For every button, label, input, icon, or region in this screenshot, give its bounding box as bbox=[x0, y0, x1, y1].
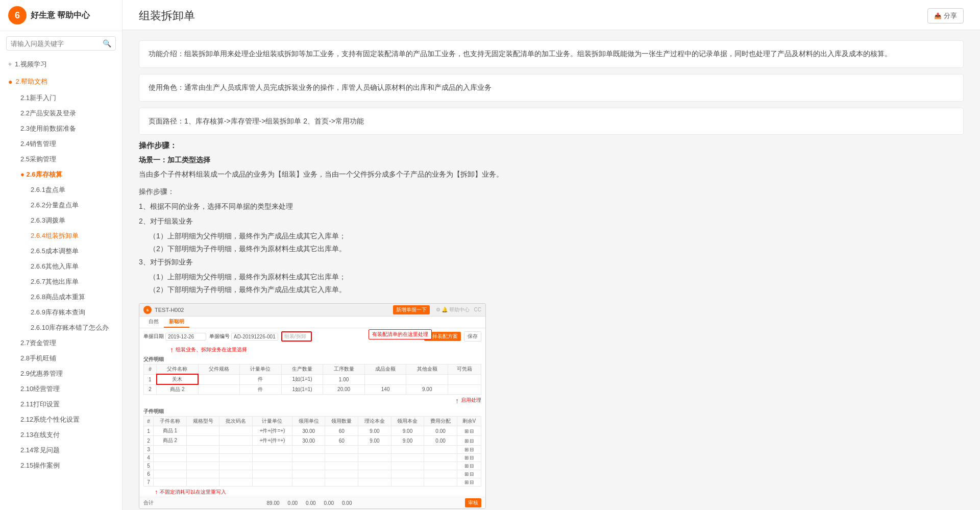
sub-item-label: 2.8手机旺铺 bbox=[20, 354, 56, 362]
steps-sub-title: 操作步骤： bbox=[139, 185, 964, 198]
sidebar-item-faq[interactable]: 2.14常见问题 bbox=[14, 443, 122, 458]
sidebar-item-operations[interactable]: 2.10经营管理 bbox=[14, 381, 122, 397]
search-input[interactable] bbox=[11, 40, 103, 47]
sim-date-input[interactable]: 2019-12-26 bbox=[165, 333, 206, 341]
th-proc-qty: 工序数量 bbox=[323, 365, 365, 375]
scene1-desc: 当由多个子件材料组装成一个成品的业务为【组装】业务，当由一个父件拆分成多个子产品… bbox=[139, 168, 964, 181]
sub-item-label: 2.6.10库存账本错了怎么办 bbox=[31, 324, 109, 331]
sim-save-btn[interactable]: 保存 bbox=[464, 331, 481, 342]
sidebar-item-online-pay[interactable]: 2.13在线支付 bbox=[14, 427, 122, 443]
sidebar-item-install[interactable]: 2.2产品安装及登录 bbox=[14, 106, 122, 121]
annotation-2-area: ↑ 组装业务、拆卸业务在这里选择 bbox=[139, 345, 485, 355]
step2-sub1: （1）上部明细为父件明细，最终作为产成品生成其它入库单； bbox=[149, 230, 964, 242]
th-other-amt: 其他金额 bbox=[406, 365, 448, 375]
sim-add-btn[interactable]: 新增单据一下 bbox=[393, 305, 430, 314]
sidebar-item-print[interactable]: 2.11打印设置 bbox=[14, 397, 122, 412]
sidebar-item-transfer[interactable]: 2.6.3调拨单 bbox=[24, 213, 122, 228]
sidebar-item-partial-stocktake[interactable]: 2.6.2分量盘点单 bbox=[24, 198, 122, 213]
sidebar-item-ledger-fix[interactable]: 2.6.10库存账本错了怎么办 bbox=[24, 320, 122, 335]
sidebar-item-purchase[interactable]: 2.5采购管理 bbox=[14, 152, 122, 167]
sidebar-item-mobile[interactable]: 2.8手机旺铺 bbox=[14, 351, 122, 366]
th-prod-qty: 生产数量 bbox=[281, 365, 323, 375]
sidebar-sub-help-doc: 2.1新手入门 2.2产品安装及登录 2.3使用前数据准备 2.4销售管理 2.… bbox=[0, 90, 122, 473]
sub-item-label: 2.6.7其他出库单 bbox=[31, 278, 79, 285]
sub-item-label: 2.6.6其他入库单 bbox=[31, 262, 79, 270]
sidebar-item-cost-recalc[interactable]: 2.6.8商品成本重算 bbox=[24, 289, 122, 305]
sim-no-label: 单据编号 bbox=[209, 333, 230, 340]
sub-item-label: 2.14常见问题 bbox=[20, 446, 60, 454]
sidebar-nav: + 1.视频学习 ● 2.帮助文档 2.1新手入门 2.2产品安装及登录 2.3… bbox=[0, 56, 122, 510]
arrow-right-1: → bbox=[433, 331, 439, 338]
sidebar-item-stocktake[interactable]: 2.6.1盘点单 bbox=[24, 182, 122, 198]
share-button[interactable]: 📤 分享 bbox=[927, 8, 964, 23]
annotation-2: 组装业务、拆卸业务在这里选择 bbox=[176, 346, 247, 353]
sub-item-label: 2.7资金管理 bbox=[20, 339, 56, 347]
sidebar-item-personalize[interactable]: 2.12系统个性化设置 bbox=[14, 412, 122, 427]
sim-table2: # 子件名称 规格型号 批次码名 计量单位 领用单位 领用数量 理论本金 领用本… bbox=[143, 416, 481, 487]
sidebar-item-data-prep[interactable]: 2.3使用前数据准备 bbox=[14, 121, 122, 136]
annotation-4-area: ↑ 不固定消耗可以在这里重写入 bbox=[139, 489, 485, 497]
path-text: 页面路径：1、库存核算->库存管理->组装拆卸单 2、首页->常用功能 bbox=[149, 115, 954, 128]
sim-total-row: 合计 89.00 0.00 0.00 0.00 0.00 审核 bbox=[139, 497, 485, 508]
sim-icons-area: ⚙ 🔔 帮助中心 CC bbox=[436, 306, 481, 313]
table-row: 2 商品 2 件 1如(1=1) 20.00 140 9.00 bbox=[144, 384, 481, 395]
sidebar-item-help-doc[interactable]: ● 2.帮助文档 bbox=[0, 73, 122, 90]
sim-no-input[interactable]: AD-20191226-001 bbox=[231, 333, 278, 341]
annotation-3: 启用处理 bbox=[461, 397, 481, 405]
sim-topbar: 6 TEST-H002 新增单据一下 ⚙ 🔔 帮助中心 CC bbox=[139, 304, 485, 317]
steps-section: 操作步骤： 场景一：加工类型选择 当由多个子件材料组装成一个成品的业务为【组装】… bbox=[139, 141, 964, 509]
sidebar-item-video[interactable]: + 1.视频学习 bbox=[0, 56, 122, 73]
sub-item-label: 2.6.4组装拆卸单 bbox=[31, 232, 79, 239]
search-box[interactable]: 🔍 bbox=[6, 36, 116, 51]
sub-item-label: 2.9优惠券管理 bbox=[20, 370, 63, 377]
sim-type-input[interactable]: 组装/拆卸 bbox=[281, 331, 312, 342]
sim-table1-area: 父件明细 # 父件名称 父件规格 计量单位 生产数量 工序数量 成品金额 bbox=[139, 355, 485, 397]
screenshot-container: 6 TEST-H002 新增单据一下 ⚙ 🔔 帮助中心 CC 自然 新聪明 bbox=[139, 303, 486, 509]
plus-icon: + bbox=[8, 61, 12, 68]
th-available: 可凭藉 bbox=[448, 365, 481, 375]
sidebar-item-sales[interactable]: 2.4销售管理 bbox=[14, 136, 122, 152]
sidebar-item-coupon[interactable]: 2.9优惠券管理 bbox=[14, 366, 122, 381]
step3: 3、对于拆卸业务 bbox=[139, 256, 964, 269]
sidebar-item-finance[interactable]: 2.7资金管理 bbox=[14, 335, 122, 351]
share-label: 分享 bbox=[944, 11, 957, 20]
sidebar-item-new-user[interactable]: 2.1新手入门 bbox=[14, 90, 122, 106]
annotation-1-area: 有装配清单的在这里处理 → bbox=[369, 329, 439, 339]
logo-text: 好生意 帮助中心 bbox=[31, 10, 90, 21]
search-icon[interactable]: 🔍 bbox=[103, 39, 111, 47]
sidebar-item-other-out[interactable]: 2.6.7其他出库单 bbox=[24, 274, 122, 289]
sub-item-label: 2.6.8商品成本重算 bbox=[31, 293, 85, 301]
annotation-1: 有装配清单的在这里处理 bbox=[369, 329, 432, 339]
sidebar-item-ledger-query[interactable]: 2.6.9库存账本查询 bbox=[24, 305, 122, 320]
sim-tab-1[interactable]: 自然 bbox=[143, 317, 164, 328]
scene1-title: 场景一：加工类型选择 bbox=[139, 156, 964, 165]
sim-audit-btn[interactable]: 审核 bbox=[465, 498, 481, 507]
sim-bottom-left: 合计 bbox=[143, 499, 154, 506]
sim-bottom-totals: 89.00 0.00 0.00 0.00 0.00 bbox=[267, 500, 352, 506]
sim-type-field: 组装/拆卸 bbox=[281, 331, 312, 342]
sim-tab-2[interactable]: 新聪明 bbox=[164, 317, 189, 328]
table-row: 3⊞ ⊟ bbox=[144, 446, 481, 454]
minus-icon: ● bbox=[8, 78, 12, 85]
sub-item-label: 2.13在线支付 bbox=[20, 431, 60, 439]
arrow-up-3-icon: ↑ bbox=[155, 489, 158, 496]
sidebar-item-cost-adjust[interactable]: 2.6.5成本调整单 bbox=[24, 244, 122, 259]
sidebar-header: 6 好生意 帮助中心 bbox=[0, 0, 122, 31]
intro-block: 功能介绍：组装拆卸单用来处理企业组装或拆卸等加工业务，支持有固定装配清单的产品加… bbox=[139, 40, 964, 68]
sim-table1: # 父件名称 父件规格 计量单位 生产数量 工序数量 成品金额 其他金额 可凭藉 bbox=[143, 364, 481, 395]
sub-item-label: 2.6.9库存账本查询 bbox=[31, 308, 85, 316]
sidebar-item-assembly[interactable]: 2.6.4组装拆卸单 bbox=[24, 228, 122, 244]
sidebar-item-other-in[interactable]: 2.6.6其他入库单 bbox=[24, 259, 122, 274]
sidebar-item-label: 1.视频学习 bbox=[15, 60, 47, 69]
sub-item-label: 2.11打印设置 bbox=[20, 400, 60, 408]
main-content: 组装拆卸单 📤 分享 功能介绍：组装拆卸单用来处理企业组装或拆卸等加工业务，支持… bbox=[122, 0, 980, 510]
table-row: 2商品 2+件+(件=+)30.00609.009.000.00⊞ ⊟ bbox=[144, 436, 481, 446]
table-row: 6⊞ ⊟ bbox=[144, 470, 481, 478]
table-row: 5⊞ ⊟ bbox=[144, 462, 481, 470]
sidebar-item-inventory[interactable]: ● 2.6库存核算 bbox=[14, 167, 122, 182]
sim-date-label: 单据日期 bbox=[143, 333, 164, 340]
sidebar: 6 好生意 帮助中心 🔍 + 1.视频学习 ● 2.帮助文档 2.1新手入门 2… bbox=[0, 0, 122, 510]
sim-date-field: 单据日期 2019-12-26 bbox=[143, 333, 206, 341]
sub-item-label: 2.6.2分量盘点单 bbox=[31, 201, 79, 209]
sidebar-item-cases[interactable]: 2.15操作案例 bbox=[14, 458, 122, 473]
